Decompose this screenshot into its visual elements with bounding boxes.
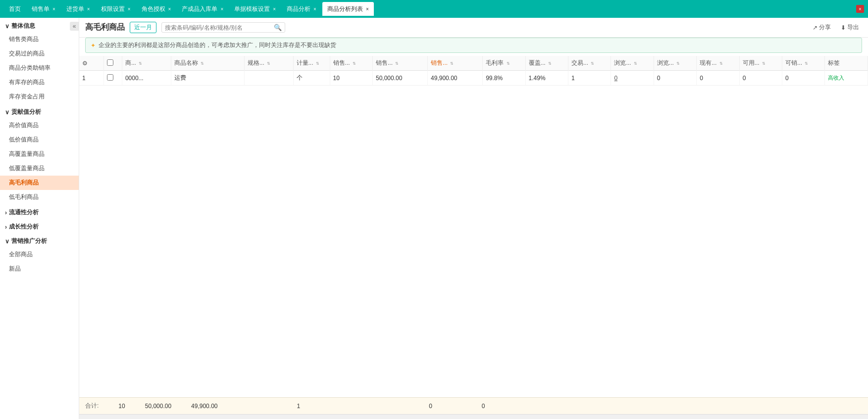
share-button[interactable]: ↗ 分享 <box>810 22 834 33</box>
cell-sales-profit: 49,900.00 <box>428 71 483 86</box>
col-header-sales-qty[interactable]: 销售... ⇅ <box>330 56 372 71</box>
sidebar-item-low-value[interactable]: 低价值商品 <box>0 133 79 147</box>
horizontal-scrollbar[interactable] <box>79 414 868 419</box>
export-button[interactable]: ⬇ 导出 <box>838 22 862 33</box>
sidebar-item-low-margin[interactable]: 低毛利商品 <box>0 190 79 204</box>
col-header-browse2[interactable]: 浏览... ⇅ <box>654 56 696 71</box>
col-header-sales-amt[interactable]: 销售... ⇅ <box>373 56 428 71</box>
cell-num: 1 <box>79 71 103 86</box>
col-header-browse1[interactable]: 浏览... ⇅ <box>611 56 654 71</box>
close-icon[interactable]: × <box>313 6 316 12</box>
sidebar-item-low-coverage[interactable]: 低覆盖量商品 <box>0 161 79 176</box>
col-header-stock2[interactable]: 可用... ⇅ <box>739 56 782 71</box>
col-header-stock1[interactable]: 现有... ⇅ <box>697 56 739 71</box>
tab-analysis[interactable]: 商品分析 × <box>282 2 321 16</box>
sidebar-item-stock-capital[interactable]: 库存资金占用 <box>0 90 79 104</box>
sort-icon: ⇅ <box>805 61 808 66</box>
cell-browse1[interactable]: 0 <box>611 71 654 86</box>
col-header-trade[interactable]: 交易... ⇅ <box>568 56 611 71</box>
tab-permission[interactable]: 权限设置 × <box>96 2 136 16</box>
sidebar-group-overall[interactable]: ∨ 整体信息 <box>0 18 79 32</box>
tab-template[interactable]: 单据模板设置 × <box>229 2 281 16</box>
search-icon[interactable]: 🔍 <box>274 24 282 31</box>
close-icon[interactable]: × <box>273 6 276 12</box>
cell-sales-qty: 10 <box>330 71 372 86</box>
sort-icon: ⇅ <box>548 61 552 66</box>
sidebar-item-traded-goods[interactable]: 交易过的商品 <box>0 47 79 61</box>
sidebar-collapse-button[interactable]: « <box>70 22 79 31</box>
sort-icon: ⇅ <box>395 61 399 66</box>
top-navigation: 首页 销售单 × 进货单 × 权限设置 × 角色授权 × 产成品入库单 × 单据… <box>0 0 868 18</box>
sidebar-group-contribution[interactable]: ∨ 贡献值分析 <box>0 104 79 118</box>
col-header-code[interactable]: 商... ⇅ <box>122 56 171 71</box>
close-icon[interactable]: × <box>168 6 171 12</box>
sidebar-item-high-margin[interactable]: 高毛利商品 <box>0 176 79 190</box>
close-icon[interactable]: × <box>87 6 90 12</box>
chevron-down-icon: ∨ <box>5 109 9 116</box>
cell-stock3: 0 <box>782 71 825 86</box>
close-icon[interactable]: × <box>128 6 131 12</box>
collapse-icon: « <box>73 23 76 30</box>
table-container: ⚙ 商... ⇅ 商品名称 ⇅ <box>79 56 868 397</box>
tab-home[interactable]: 首页 <box>4 2 26 16</box>
info-bar: ✦ 企业的主要的利润都是这部分商品创造的，可考虑加大推广，同时关注库存是不要出现… <box>85 38 862 53</box>
col-header-unit[interactable]: 计量... ⇅ <box>293 56 330 71</box>
share-icon: ↗ <box>813 24 817 31</box>
tab-analysis-list-label: 商品分析列表 <box>327 5 363 13</box>
cell-spec <box>244 71 293 86</box>
col-header-spec[interactable]: 规格... ⇅ <box>244 56 293 71</box>
cell-tag: 高收入 <box>825 71 868 86</box>
chevron-down-icon: ∨ <box>5 23 9 30</box>
sidebar-group-growth[interactable]: › 成长性分析 <box>0 219 79 233</box>
page-title: 高毛利商品 <box>85 22 125 33</box>
sort-icon: ⇅ <box>139 61 142 66</box>
sidebar-item-new-goods[interactable]: 新品 <box>0 262 79 276</box>
sort-icon: ⇅ <box>762 61 766 66</box>
settings-icon[interactable]: ⚙ <box>82 60 88 67</box>
sort-icon: ⇅ <box>316 61 319 66</box>
sidebar-group-flow[interactable]: › 流通性分析 <box>0 204 79 219</box>
tab-role[interactable]: 角色授权 × <box>137 2 176 16</box>
sidebar: « ∨ 整体信息 销售类商品 交易过的商品 商品分类助销率 有库存的商品 库存资… <box>0 18 79 419</box>
close-icon[interactable]: × <box>52 6 55 12</box>
search-input[interactable] <box>165 24 274 31</box>
tab-sales[interactable]: 销售单 × <box>27 2 60 16</box>
cell-sales-amt: 50,000.00 <box>373 71 428 86</box>
tab-analysis-list[interactable]: 商品分析列表 × <box>322 2 374 16</box>
col-header-name[interactable]: 商品名称 ⇅ <box>171 56 244 71</box>
sidebar-item-category-rate[interactable]: 商品分类助销率 <box>0 61 79 75</box>
period-button[interactable]: 近一月 <box>130 22 156 33</box>
sidebar-group-marketing[interactable]: ∨ 营销推广分析 <box>0 233 79 247</box>
cell-code: 0000... <box>122 71 171 86</box>
table-row: 1 0000... 运费 个 10 50,000.00 49,900.00 99… <box>79 71 868 86</box>
sidebar-item-sales-goods[interactable]: 销售类商品 <box>0 32 79 47</box>
sort-icon: ⇅ <box>507 61 510 66</box>
col-header-tag[interactable]: 标签 <box>825 56 868 71</box>
chevron-down-icon: ∨ <box>5 238 9 245</box>
sidebar-item-all-goods[interactable]: 全部商品 <box>0 247 79 262</box>
footer-total-bar: 合计: 10 50,000.00 49,900.00 1 0 0 <box>79 397 868 414</box>
tab-role-label: 角色授权 <box>142 5 165 13</box>
row-checkbox[interactable] <box>107 74 113 81</box>
select-all-checkbox[interactable] <box>107 59 113 66</box>
col-header-cover[interactable]: 覆盖... ⇅ <box>525 56 568 71</box>
window-close-button[interactable]: × <box>856 5 864 13</box>
col-header-num: ⚙ <box>79 56 103 71</box>
content-header: 高毛利商品 近一月 🔍 ↗ 分享 ⬇ 导出 <box>79 18 868 38</box>
col-header-stock3[interactable]: 可销... ⇅ <box>782 56 825 71</box>
header-actions: ↗ 分享 ⬇ 导出 <box>810 22 862 33</box>
tab-product-in[interactable]: 产成品入库单 × <box>177 2 228 16</box>
col-header-cb <box>103 56 122 71</box>
sort-icon: ⇅ <box>353 61 356 66</box>
sidebar-group-overall-label: 整体信息 <box>11 22 35 30</box>
sort-icon: ⇅ <box>591 61 594 66</box>
cell-name: 运费 <box>171 71 244 86</box>
col-header-gross-rate[interactable]: 毛利率 ⇅ <box>483 56 525 71</box>
close-icon[interactable]: × <box>366 6 369 12</box>
tab-purchase[interactable]: 进货单 × <box>61 2 95 16</box>
sidebar-item-high-value[interactable]: 高价值商品 <box>0 118 79 133</box>
close-icon[interactable]: × <box>220 6 223 12</box>
sidebar-item-stocked-goods[interactable]: 有库存的商品 <box>0 75 79 90</box>
sidebar-item-high-coverage[interactable]: 高覆盖量商品 <box>0 147 79 161</box>
col-header-sales-profit[interactable]: 销售... ⇅ <box>428 56 483 71</box>
